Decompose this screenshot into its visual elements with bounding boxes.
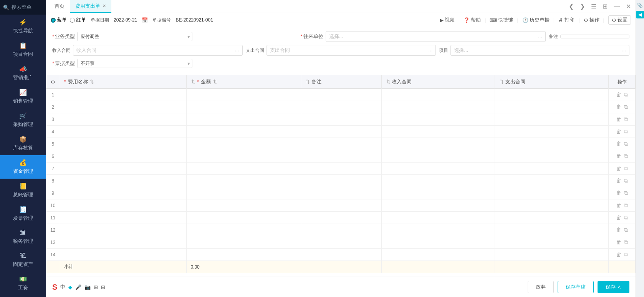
row-expense-contract[interactable] <box>495 212 609 224</box>
row-expense-contract[interactable] <box>495 150 609 163</box>
project-input[interactable]: 选择... ··· <box>450 45 629 56</box>
row-name[interactable] <box>60 163 187 175</box>
row-income-contract[interactable] <box>381 249 495 261</box>
delete-icon[interactable]: 🗑 <box>616 178 621 184</box>
row-memo[interactable] <box>301 249 382 261</box>
sidebar-item-fixed-assets[interactable]: 🏗固定资产 <box>0 249 46 272</box>
row-income-contract[interactable] <box>381 126 495 138</box>
row-amount[interactable] <box>187 236 301 249</box>
blue-radio-label[interactable]: 蓝单 <box>51 17 67 23</box>
row-name[interactable] <box>60 175 187 187</box>
tab-home[interactable]: 首页 <box>49 0 70 13</box>
row-expense-contract[interactable] <box>495 249 609 261</box>
row-amount[interactable] <box>187 187 301 199</box>
delete-icon[interactable]: 🗑 <box>616 91 621 98</box>
expense-contract-input[interactable]: 支出合同 ··· <box>267 45 436 56</box>
calendar-icon[interactable]: 📅 <box>142 17 148 23</box>
footer-icon-table[interactable]: ⊞ <box>94 284 98 290</box>
delete-icon[interactable]: 🗑 <box>616 116 621 122</box>
row-income-contract[interactable] <box>381 113 495 126</box>
row-amount[interactable] <box>187 113 301 126</box>
row-expense-contract[interactable] <box>495 89 609 101</box>
row-amount[interactable] <box>187 101 301 113</box>
row-income-contract[interactable] <box>381 163 495 175</box>
operations-action[interactable]: ⚙ 操作 <box>584 17 599 23</box>
row-amount[interactable] <box>187 224 301 236</box>
red-radio-label[interactable]: 红单 <box>70 17 86 23</box>
row-expense-contract[interactable] <box>495 175 609 187</box>
copy-icon[interactable]: ⧉ <box>624 153 628 159</box>
sidebar-item-ledger[interactable]: 📒总账管理 <box>0 179 46 202</box>
row-income-contract[interactable] <box>381 89 495 101</box>
copy-icon[interactable]: ⧉ <box>624 141 628 147</box>
minimize-btn[interactable]: — <box>612 2 621 11</box>
next-btn[interactable]: ❯ <box>578 2 586 11</box>
discard-button[interactable]: 放弃 <box>528 281 554 293</box>
red-radio[interactable] <box>70 18 75 23</box>
row-amount[interactable] <box>187 126 301 138</box>
row-amount[interactable] <box>187 150 301 163</box>
sidebar-item-sales[interactable]: 📈销售管理 <box>0 85 46 108</box>
row-expense-contract[interactable] <box>495 101 609 113</box>
row-income-contract[interactable] <box>381 101 495 113</box>
copy-icon[interactable]: ⧉ <box>624 239 628 245</box>
business-type-select-wrapper[interactable]: 应付调整 ▾ <box>77 32 192 41</box>
row-memo[interactable] <box>301 126 382 138</box>
sidebar-item-ops[interactable]: 📊经营管理 <box>0 295 46 297</box>
sidebar-item-capital[interactable]: 💰资金管理 <box>0 155 46 179</box>
sort-name-icon[interactable]: ⇅ <box>90 79 94 85</box>
row-name[interactable] <box>60 224 187 236</box>
row-memo[interactable] <box>301 138 382 150</box>
help-action[interactable]: ❓ 帮助 <box>464 17 481 23</box>
row-name[interactable] <box>60 150 187 163</box>
copy-icon[interactable]: ⧉ <box>624 251 628 257</box>
row-expense-contract[interactable] <box>495 113 609 126</box>
row-amount[interactable] <box>187 89 301 101</box>
copy-icon[interactable]: ⧉ <box>624 178 628 184</box>
row-memo[interactable] <box>301 175 382 187</box>
sidebar-item-inventory[interactable]: 📦库存核算 <box>0 132 46 155</box>
date-value[interactable]: 2022-09-21 <box>114 17 137 23</box>
row-expense-contract[interactable] <box>495 224 609 236</box>
video-action[interactable]: ▶ 视频 <box>440 17 455 23</box>
delete-icon[interactable]: 🗑 <box>616 165 621 171</box>
collapse-icon[interactable]: ◀ <box>636 11 644 18</box>
delete-icon[interactable]: 🗑 <box>616 153 621 159</box>
row-memo[interactable] <box>301 89 382 101</box>
attach-icon[interactable]: 📎 <box>636 2 644 9</box>
row-memo[interactable] <box>301 224 382 236</box>
row-memo[interactable] <box>301 199 382 212</box>
list-view-btn[interactable]: ☰ <box>589 2 598 11</box>
delete-icon[interactable]: 🗑 <box>616 141 621 147</box>
save-draft-button[interactable]: 保存草稿 <box>558 281 594 293</box>
row-income-contract[interactable] <box>381 175 495 187</box>
row-name[interactable] <box>60 126 187 138</box>
sort-amount-icon-left[interactable]: ⇅ <box>191 79 195 85</box>
copy-icon[interactable]: ⧉ <box>624 227 628 233</box>
memo-input[interactable] <box>560 35 629 38</box>
row-income-contract[interactable] <box>381 236 495 249</box>
row-income-contract[interactable] <box>381 150 495 163</box>
copy-icon[interactable]: ⧉ <box>624 202 628 208</box>
copy-icon[interactable]: ⧉ <box>624 104 628 110</box>
row-memo[interactable] <box>301 236 382 249</box>
history-action[interactable]: 🕐 历史单据 <box>522 17 550 23</box>
row-income-contract[interactable] <box>381 138 495 150</box>
sidebar-search[interactable]: 🔍 搜索菜单 <box>0 0 46 15</box>
row-expense-contract[interactable] <box>495 163 609 175</box>
copy-icon[interactable]: ⧉ <box>624 190 628 196</box>
prev-btn[interactable]: ❮ <box>567 2 575 11</box>
row-memo[interactable] <box>301 113 382 126</box>
tab-expense[interactable]: 费用支出单✕ <box>70 0 111 13</box>
copy-icon[interactable]: ⧉ <box>624 165 628 171</box>
sort-expense-icon[interactable]: ⇅ <box>500 79 504 85</box>
row-amount[interactable] <box>187 163 301 175</box>
sidebar-item-project-contract[interactable]: 📋项目合同 <box>0 38 46 61</box>
invoice-type-select-wrapper[interactable]: 不开票 ▾ <box>77 59 192 68</box>
row-income-contract[interactable] <box>381 212 495 224</box>
row-amount[interactable] <box>187 175 301 187</box>
sidebar-item-tax[interactable]: 🏛税务管理 <box>0 226 46 249</box>
row-memo[interactable] <box>301 150 382 163</box>
delete-icon[interactable]: 🗑 <box>616 104 621 110</box>
row-name[interactable] <box>60 113 187 126</box>
